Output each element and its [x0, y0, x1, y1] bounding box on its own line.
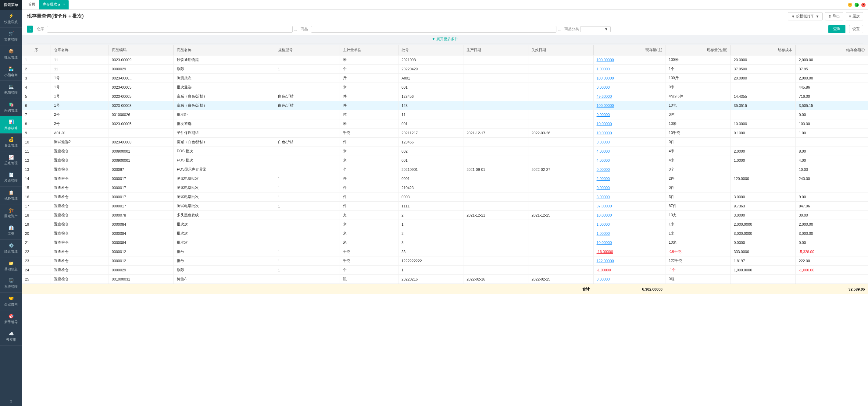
- sidebar-item-retail[interactable]: 🛒 零售管理: [0, 28, 22, 45]
- minimize-button[interactable]: −: [848, 3, 852, 7]
- table-cell: 001000026: [108, 110, 174, 120]
- table-cell[interactable]: 0.00000: [593, 83, 665, 92]
- sidebar-item-label: 总账管理: [4, 161, 18, 165]
- table-cell[interactable]: 0.00000: [593, 183, 665, 193]
- table-cell[interactable]: 122.00000: [593, 257, 665, 266]
- sidebar-item-mini-shop[interactable]: 🏪 小脂电商: [0, 63, 22, 81]
- table-cell: [463, 110, 528, 120]
- table-cell: [463, 156, 528, 165]
- expand-left-button[interactable]: ›: [27, 26, 33, 33]
- table-cell: 件: [340, 193, 398, 202]
- warehouse-search-field: 仓库 ...: [37, 26, 297, 33]
- table-cell: 2,000.00: [796, 74, 868, 83]
- table-cell[interactable]: 100.00000: [593, 101, 665, 110]
- table-row: 51号0023-00005富减（白色/沂桔）白色/沂桔件12345649.600…: [22, 92, 868, 101]
- table-cell: [731, 110, 796, 120]
- table-cell[interactable]: 0.00000: [593, 275, 665, 284]
- table-cell[interactable]: 0.00000: [593, 138, 665, 147]
- export-button[interactable]: ⬆ 导出: [825, 12, 843, 21]
- print-button[interactable]: 🖨 按模板打印 ▼: [788, 12, 823, 21]
- tab-home[interactable]: 首页: [24, 0, 39, 9]
- table-cell[interactable]: 10.00000: [593, 211, 665, 220]
- table-cell[interactable]: 2.00000: [593, 174, 665, 183]
- sidebar-item-guide[interactable]: 🎯 新手引导: [0, 310, 22, 328]
- sidebar-item-purchase[interactable]: 🛍️ 采购管理: [0, 98, 22, 116]
- table-cell[interactable]: -16.00000: [593, 247, 665, 257]
- table-cell: [463, 92, 528, 101]
- expand-condition-row[interactable]: ▼ 展开更多条件: [27, 37, 863, 44]
- sidebar-item-asset[interactable]: 🏗️ 固定资产: [0, 204, 22, 222]
- table-cell: [463, 120, 528, 129]
- table-cell[interactable]: -1.00000: [593, 266, 665, 275]
- tab-inventory-batch[interactable]: 库存批次▲ ×: [39, 0, 69, 9]
- table-cell: POS 批次: [174, 147, 275, 156]
- sidebar-item-inventory[interactable]: 📊 库存核算: [0, 116, 22, 134]
- table-cell: 1米: [665, 229, 731, 238]
- tab-close-icon[interactable]: ×: [63, 3, 65, 6]
- table-cell: [275, 229, 340, 238]
- table-cell: 16: [22, 193, 51, 202]
- close-button[interactable]: ×: [861, 3, 866, 7]
- table-cell: 置查检仓: [51, 257, 109, 266]
- table-cell[interactable]: 4.00000: [593, 156, 665, 165]
- table-cell: [528, 229, 593, 238]
- sidebar-item-hr[interactable]: 👔 工资: [0, 222, 22, 240]
- product-dots[interactable]: ...: [558, 27, 561, 31]
- table-cell: 240.00: [796, 174, 868, 183]
- table-cell: 米: [340, 220, 398, 229]
- sidebar-item-basic[interactable]: 📁 基础信息: [0, 257, 22, 275]
- table-cell[interactable]: 10.00000: [593, 238, 665, 247]
- table-cell[interactable]: 10.00000: [593, 129, 665, 138]
- settings-button[interactable]: 设置: [849, 25, 863, 33]
- sidebar-item-wholesale[interactable]: 📦 批发管理: [0, 45, 22, 63]
- sidebar-settings[interactable]: ⚙: [0, 397, 22, 406]
- toggle-button[interactable]: ≡ 层次: [846, 12, 863, 21]
- table-cell: 0023-00008: [108, 101, 174, 110]
- table-cell[interactable]: 10.00000: [593, 120, 665, 129]
- table-cell[interactable]: 0.00000: [593, 165, 665, 174]
- table-cell[interactable]: 87.00000: [593, 202, 665, 211]
- table-cell[interactable]: 1.00000: [593, 220, 665, 229]
- warehouse-dots[interactable]: ...: [294, 27, 297, 31]
- query-button[interactable]: 查询: [828, 25, 845, 33]
- table-cell: 3: [22, 74, 51, 83]
- table-cell: 1: [275, 174, 340, 183]
- sidebar-item-label: 采购管理: [4, 108, 18, 112]
- table-cell: 23: [22, 257, 51, 266]
- sidebar-item-system[interactable]: 🖥️ 系统管理: [0, 275, 22, 293]
- table-cell: 9.7363: [731, 202, 796, 211]
- inventory-table: 序 仓库名称 商品编码 商品名称 规格型号 主计量单位 批号 生产日期 失效日期…: [22, 45, 868, 294]
- product-input[interactable]: [311, 26, 557, 33]
- table-cell: 批次次: [174, 238, 275, 247]
- table-cell: [275, 147, 340, 156]
- table-cell[interactable]: 3.00000: [593, 193, 665, 202]
- table-cell[interactable]: 100.00000: [593, 56, 665, 65]
- maximize-button[interactable]: □: [855, 3, 859, 7]
- sidebar-item-cloud[interactable]: ☁️ 云应用: [0, 328, 22, 346]
- table-row: 14置查检仓0000017测试电嘲批次1件00012.000002件120.00…: [22, 174, 868, 183]
- table-cell: 10千克: [665, 129, 731, 138]
- table-cell[interactable]: 1.00000: [593, 229, 665, 238]
- sidebar-item-ecommerce[interactable]: 💻 电商管理: [0, 81, 22, 98]
- sidebar-item-report[interactable]: 📈 总账管理: [0, 151, 22, 169]
- table-cell[interactable]: 49.60000: [593, 92, 665, 101]
- sidebar-item-tax[interactable]: 📋 税务管理: [0, 187, 22, 204]
- table-cell[interactable]: 1.00000: [593, 65, 665, 74]
- table-cell[interactable]: 4.00000: [593, 147, 665, 156]
- sidebar-item-ops[interactable]: ⚙️ 经营管理: [0, 240, 22, 257]
- table-cell[interactable]: 100.00000: [593, 74, 665, 83]
- table-cell: 001000031: [108, 275, 174, 284]
- table-cell: 0000017: [108, 193, 174, 202]
- table-cell: 置查检仓: [51, 238, 109, 247]
- sidebar-item-finance[interactable]: 💰 资金管理: [0, 134, 22, 151]
- table-container[interactable]: 序 仓库名称 商品编码 商品名称 规格型号 主计量单位 批号 生产日期 失效日期…: [22, 45, 868, 406]
- category-select[interactable]: ▼: [580, 26, 611, 32]
- table-cell[interactable]: 0.00000: [593, 110, 665, 120]
- sidebar-item-invoice[interactable]: 🧾 发票管理: [0, 169, 22, 187]
- sidebar-item-collab[interactable]: 🤝 企业协同: [0, 293, 22, 310]
- table-cell: 置查检仓: [51, 275, 109, 284]
- sidebar-search[interactable]: 搜索菜单: [0, 0, 22, 10]
- table-cell: 1: [275, 193, 340, 202]
- sidebar-item-quick-nav[interactable]: ⚡ 快捷导航: [0, 10, 22, 28]
- warehouse-input[interactable]: [47, 26, 293, 33]
